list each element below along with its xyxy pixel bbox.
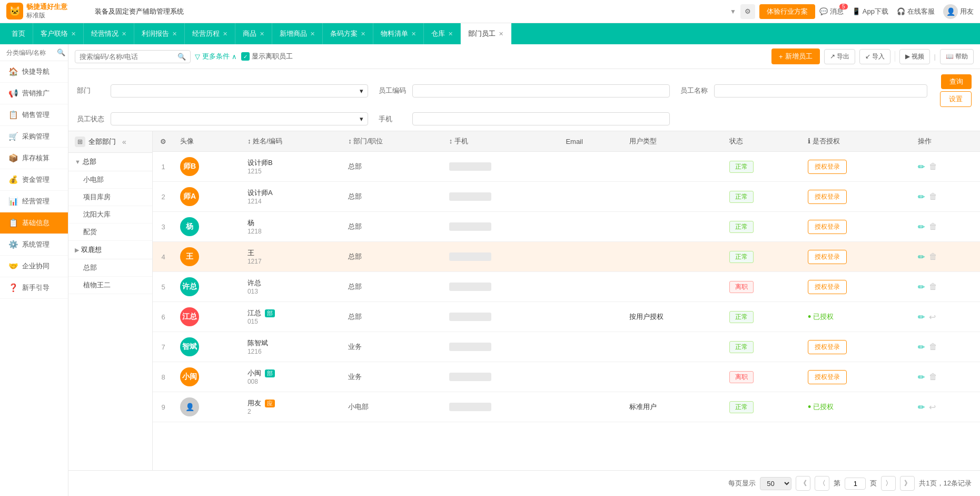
tab-goods[interactable]: 商品 ✕ [235, 23, 272, 44]
close-icon[interactable]: ✕ [260, 31, 264, 37]
close-icon[interactable]: ✕ [411, 31, 416, 37]
sidebar-item-quick-nav[interactable]: 🏠 快捷导航 [0, 61, 68, 83]
page-input[interactable] [845, 478, 866, 490]
close-icon[interactable]: ✕ [448, 31, 453, 37]
system-dropdown[interactable]: ▼ [730, 8, 736, 15]
delete-icon[interactable]: ↩ [929, 402, 936, 412]
tab-barcode[interactable]: 条码方案 ✕ [323, 23, 373, 44]
sidebar-item-sales[interactable]: 📋 销售管理 [0, 104, 68, 126]
dept-select[interactable]: ▾ [111, 84, 368, 98]
tab-operations[interactable]: 经营情况 ✕ [84, 23, 134, 44]
edit-icon[interactable]: ✏ [918, 342, 925, 352]
set-button[interactable]: 设置 [940, 91, 972, 107]
sidebar-item-marketing[interactable]: 📢 营销推广 [0, 83, 68, 104]
close-icon[interactable]: ✕ [223, 31, 227, 37]
page-size-select[interactable]: 50 100 200 [760, 477, 791, 490]
search-icon[interactable]: 🔍 [177, 53, 186, 61]
delete-icon[interactable]: 🗑 [929, 192, 937, 201]
emp-status-select[interactable]: ▾ [111, 112, 368, 125]
delete-icon[interactable]: 🗑 [929, 342, 937, 352]
edit-icon[interactable]: ✏ [918, 312, 925, 322]
import-button[interactable]: ↙ 导入 [859, 49, 890, 64]
col-dept[interactable]: ↕ 部门/职位 [342, 131, 442, 152]
sidebar-search-input[interactable] [6, 49, 54, 56]
delete-icon[interactable]: 🗑 [929, 252, 937, 261]
edit-icon[interactable]: ✏ [918, 162, 925, 172]
delete-icon[interactable]: 🗑 [929, 162, 937, 171]
close-icon[interactable]: ✕ [172, 31, 177, 37]
auth-button[interactable]: 授权登录 [808, 340, 847, 354]
close-icon[interactable]: ✕ [499, 31, 503, 37]
trial-button[interactable]: 体验行业方案 [759, 4, 815, 19]
close-icon[interactable]: ✕ [310, 31, 315, 37]
close-icon[interactable]: ✕ [71, 31, 76, 37]
tab-warehouse[interactable]: 仓库 ✕ [424, 23, 461, 44]
dept-sub-shenyang[interactable]: 沈阳大库 [68, 206, 152, 223]
dept-sub-electronics[interactable]: 小电部 [68, 171, 152, 189]
dept-sub-delivery[interactable]: 配货 [68, 223, 152, 241]
first-page-button[interactable]: 《 [796, 476, 810, 491]
edit-icon[interactable]: ✏ [918, 402, 925, 412]
more-filter-button[interactable]: ▽ 更多条件 ∧ [195, 52, 237, 61]
dept-sub-project[interactable]: 项目库房 [68, 189, 152, 206]
auth-button[interactable]: 授权登录 [808, 190, 847, 204]
user-menu[interactable]: 👤 用友 [943, 4, 974, 19]
delete-icon[interactable]: 🗑 [929, 282, 937, 291]
sidebar-item-purchase[interactable]: 🛒 采购管理 [0, 126, 68, 148]
tab-history[interactable]: 经营历程 ✕ [185, 23, 235, 44]
sidebar-search-icon[interactable]: 🔍 [57, 48, 65, 56]
tab-customer[interactable]: 客户联络 ✕ [33, 23, 84, 44]
col-phone[interactable]: ↕ 手机 [443, 131, 560, 152]
delete-icon[interactable]: ↩ [929, 312, 936, 322]
help-button[interactable]: 📖 帮助 [940, 49, 974, 64]
sidebar-item-system[interactable]: ⚙️ 系统管理 [0, 234, 68, 256]
edit-icon[interactable]: ✏ [918, 222, 925, 232]
dept-group-headquarters[interactable]: ▼总部 [68, 153, 152, 171]
next-page-button[interactable]: 〉 [881, 476, 896, 491]
auth-button[interactable]: 授权登录 [808, 160, 847, 174]
query-button[interactable]: 查询 [941, 74, 972, 89]
tab-profit[interactable]: 利润报告 ✕ [134, 23, 185, 44]
auth-button[interactable]: 授权登录 [808, 370, 847, 384]
dept-sub-plantking[interactable]: 植物王二 [68, 277, 152, 294]
col-setting[interactable]: ⚙ [153, 131, 174, 152]
sidebar-item-inventory[interactable]: 📦 库存核算 [0, 148, 68, 169]
edit-icon[interactable]: ✏ [918, 372, 925, 382]
prev-page-button[interactable]: 〈 [815, 476, 829, 491]
search-input[interactable] [80, 53, 174, 61]
settings-icon[interactable]: ⚙ [740, 4, 755, 19]
col-name[interactable]: ↕ 姓名/编码 [241, 131, 342, 152]
tab-home[interactable]: 首页 [4, 23, 33, 44]
emp-name-input[interactable] [714, 84, 927, 98]
app-download-button[interactable]: 📱 App下载 [852, 7, 888, 16]
sidebar-item-finance[interactable]: 💰 资金管理 [0, 169, 68, 191]
delete-icon[interactable]: 🗑 [929, 222, 937, 231]
phone-input[interactable] [412, 112, 670, 125]
close-icon[interactable]: ✕ [361, 31, 365, 37]
auth-button[interactable]: 授权登录 [808, 250, 847, 264]
edit-icon[interactable]: ✏ [918, 252, 925, 262]
last-page-button[interactable]: 》 [900, 476, 915, 491]
tab-add-goods[interactable]: 新增商品 ✕ [272, 23, 323, 44]
dept-collapse-button[interactable]: « [119, 137, 130, 147]
edit-icon[interactable]: ✏ [918, 192, 925, 202]
dept-toggle[interactable]: ⊞ [75, 137, 85, 147]
video-button[interactable]: ▶ 视频 [899, 49, 930, 64]
dept-sub-hq2[interactable]: 总部 [68, 259, 152, 277]
tab-employees[interactable]: 部门员工 ✕ [461, 23, 511, 44]
auth-button[interactable]: 授权登录 [808, 220, 847, 234]
tab-bom[interactable]: 物料清单 ✕ [373, 23, 424, 44]
sidebar-item-enterprise[interactable]: 🤝 企业协同 [0, 256, 68, 277]
sidebar-item-operations[interactable]: 📊 经营管理 [0, 191, 68, 212]
show-resigned-toggle[interactable]: ✓ 显示离职员工 [241, 52, 293, 61]
auth-button[interactable]: 授权登录 [808, 280, 847, 294]
close-icon[interactable]: ✕ [122, 31, 126, 37]
edit-icon[interactable]: ✏ [918, 282, 925, 292]
sidebar-item-basic[interactable]: 📋 基础信息 [0, 212, 68, 234]
add-employee-button[interactable]: + 新增员工 [771, 48, 820, 64]
sidebar-item-guide[interactable]: ❓ 新手引导 [0, 277, 68, 299]
messages-button[interactable]: 💬 消息 5 [819, 7, 844, 16]
delete-icon[interactable]: 🗑 [929, 372, 937, 382]
dept-group-shuanglu[interactable]: ▶双鹿想 [68, 241, 152, 259]
export-button[interactable]: ↗ 导出 [824, 49, 855, 64]
